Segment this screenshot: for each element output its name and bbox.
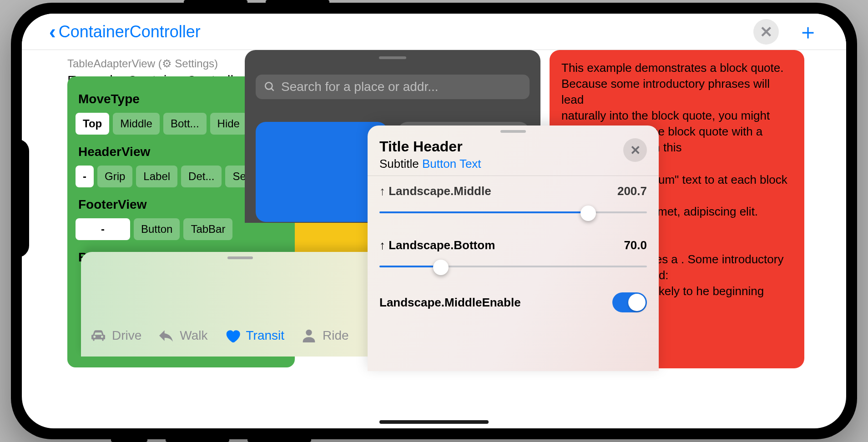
- search-placeholder: Search for a place or addr...: [281, 80, 439, 94]
- search-input[interactable]: Search for a place or addr...: [256, 75, 530, 99]
- segment-top[interactable]: Top: [76, 113, 109, 135]
- segment-grip[interactable]: Grip: [97, 166, 132, 187]
- grabber-icon[interactable]: [227, 256, 253, 259]
- svg-line-1: [271, 88, 273, 90]
- screen: ‹ ContainerController ✕ ＋ TableAdapterVi…: [22, 14, 846, 428]
- segment-label[interactable]: Label: [136, 166, 177, 187]
- grabber-icon[interactable]: [379, 56, 406, 59]
- segment-button[interactable]: Button: [134, 218, 180, 240]
- car-icon: [89, 326, 107, 345]
- close-button[interactable]: ✕: [753, 19, 779, 45]
- slider-row: ↑ Landscape.Bottom70.0: [379, 230, 647, 255]
- slider[interactable]: [379, 260, 647, 273]
- toggle-switch[interactable]: [612, 292, 647, 312]
- segment-hide[interactable]: Hide: [210, 113, 247, 135]
- device-notch: [11, 139, 29, 257]
- row-label: ↑ Landscape.Bottom: [379, 238, 495, 252]
- segment-tabbar[interactable]: TabBar: [183, 218, 232, 240]
- segment-det[interactable]: Det...: [181, 166, 222, 187]
- segment-[interactable]: -: [76, 166, 94, 187]
- row-value: 70.0: [624, 238, 647, 252]
- sheet-title: Title Header: [379, 138, 481, 155]
- close-icon: ✕: [760, 23, 772, 41]
- tabbar-item-drive[interactable]: Drive: [89, 326, 141, 345]
- hw-button: [166, 437, 229, 442]
- content-area: TableAdapterView (⚙ Settings) ExamplesCo…: [22, 50, 846, 428]
- breadcrumb: TableAdapterView (⚙ Settings): [67, 57, 218, 70]
- row-label: Landscape.MiddleEnable: [379, 296, 521, 310]
- sheet-subtitle-link[interactable]: Button Text: [422, 157, 481, 171]
- tab-label: Ride: [323, 328, 349, 343]
- heart-icon: [223, 326, 242, 345]
- hw-button: [184, 0, 247, 5]
- add-button[interactable]: ＋: [797, 17, 819, 46]
- close-icon: ✕: [630, 143, 641, 158]
- sheet-subtitle: Subtitle Button Text: [379, 157, 481, 171]
- segment-middle[interactable]: Middle: [113, 113, 160, 135]
- tab-row: DriveWalkTransitRide: [89, 326, 391, 345]
- settings-sheet[interactable]: Title Header Subtitle Button Text ✕ ↑ La…: [368, 126, 659, 371]
- row-label: ↑ Landscape.Middle: [379, 184, 491, 198]
- hw-button: [247, 437, 311, 442]
- tab-label: Walk: [180, 328, 207, 343]
- tab-label: Transit: [246, 328, 285, 343]
- svg-point-0: [265, 82, 272, 89]
- tab-sheet[interactable]: DriveWalkTransitRide: [81, 252, 399, 357]
- segment-bott[interactable]: Bott...: [163, 113, 207, 135]
- back-button-label[interactable]: ContainerController: [59, 22, 201, 41]
- tab-label: Drive: [112, 328, 141, 343]
- slider-row: ↑ Landscape.Middle200.7: [379, 176, 647, 201]
- tabbar-item-walk[interactable]: Walk: [157, 326, 207, 345]
- hw-button: [111, 437, 147, 442]
- slider[interactable]: [379, 206, 647, 219]
- sheet-subtitle-text: Subtitle: [379, 157, 422, 171]
- tabbar-item-transit[interactable]: Transit: [223, 326, 285, 345]
- person-icon: [300, 326, 318, 345]
- tabbar-item-ride[interactable]: Ride: [300, 326, 349, 345]
- row-value: 200.7: [617, 184, 647, 198]
- search-icon: [264, 81, 276, 93]
- reply-icon: [157, 326, 175, 345]
- segment-[interactable]: -: [76, 218, 130, 240]
- sheet-close-button[interactable]: ✕: [623, 138, 647, 162]
- nav-bar: ‹ ContainerController ✕ ＋: [22, 14, 846, 50]
- plus-icon: ＋: [797, 20, 819, 44]
- hw-button: [266, 0, 329, 5]
- back-chevron-icon[interactable]: ‹: [49, 22, 56, 42]
- grabber-icon[interactable]: [500, 130, 526, 133]
- svg-point-2: [306, 330, 312, 336]
- home-indicator[interactable]: [379, 420, 489, 424]
- device-frame: ‹ ContainerController ✕ ＋ TableAdapterVi…: [11, 3, 857, 439]
- toggle-row: Landscape.MiddleEnable: [379, 284, 647, 315]
